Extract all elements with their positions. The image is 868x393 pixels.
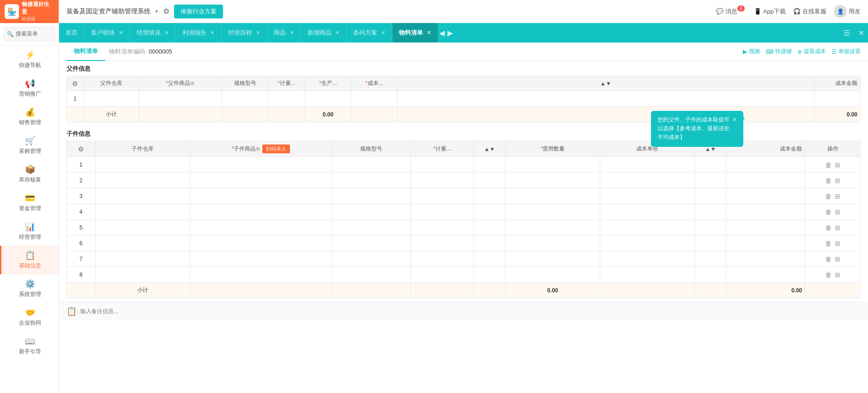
- tab-op-close[interactable]: ✕: [164, 30, 169, 36]
- child-row-unitcost[interactable]: [600, 220, 695, 236]
- child-row-spec[interactable]: [332, 173, 411, 188]
- child-row-warehouse[interactable]: [95, 188, 190, 204]
- child-row-unitcost[interactable]: [600, 188, 695, 204]
- tab-barcode-close[interactable]: ✕: [381, 30, 386, 36]
- user-action[interactable]: 👤 用友: [834, 5, 861, 18]
- child-row-warehouse[interactable]: [95, 173, 190, 188]
- tab-new-product[interactable]: 新增商品 ✕: [301, 23, 347, 42]
- tab-operation-status[interactable]: 经营情况 ✕: [130, 23, 176, 42]
- row-product[interactable]: [139, 91, 222, 107]
- copy-icon[interactable]: ⊞: [835, 224, 840, 231]
- tab-bh-close[interactable]: ✕: [256, 30, 260, 36]
- child-row-unitcost[interactable]: [600, 173, 695, 188]
- subtab-material-list[interactable]: 物料清单: [66, 42, 105, 61]
- row-spec[interactable]: [222, 91, 268, 107]
- child-row-product[interactable]: [190, 236, 332, 251]
- tab-product-close[interactable]: ✕: [289, 30, 294, 36]
- tab-prev-arrow[interactable]: ◀: [438, 29, 446, 37]
- sidebar-item-guide[interactable]: 📖 新手引导: [0, 332, 59, 360]
- child-row-qty[interactable]: [506, 188, 600, 204]
- tab-customer[interactable]: 客户联络 ✕: [84, 23, 130, 42]
- child-row-warehouse[interactable]: [95, 204, 190, 220]
- child-row-unit[interactable]: [410, 188, 474, 204]
- close-window-button[interactable]: ✕: [855, 29, 868, 37]
- app-download-action[interactable]: 📱 App下载: [754, 7, 786, 16]
- child-row-product[interactable]: [190, 220, 332, 236]
- child-row-warehouse[interactable]: [95, 236, 190, 251]
- trial-button[interactable]: 体验行业方案: [174, 5, 223, 18]
- copy-icon[interactable]: ⊞: [835, 240, 840, 247]
- child-row-warehouse[interactable]: [95, 251, 190, 267]
- child-row-unitcost[interactable]: [600, 251, 695, 267]
- delete-icon[interactable]: 🗑: [825, 255, 832, 263]
- message-action[interactable]: 💬 消息 6: [716, 7, 747, 16]
- child-row-spec[interactable]: [332, 188, 411, 204]
- child-row-spec[interactable]: [332, 267, 411, 283]
- child-row-unitcost[interactable]: [600, 236, 695, 251]
- child-row-unit[interactable]: [410, 204, 474, 220]
- delete-icon[interactable]: 🗑: [825, 271, 832, 278]
- system-dropdown-arrow[interactable]: ▾: [155, 8, 158, 15]
- scan-input-button[interactable]: 扫码录入: [262, 145, 290, 153]
- row-warehouse[interactable]: [84, 91, 139, 107]
- sidebar-item-basic-info[interactable]: 📋 基础信息: [0, 246, 59, 274]
- child-row-spec[interactable]: [332, 157, 411, 173]
- single-settings-button[interactable]: ☰ 单据设置: [832, 48, 861, 55]
- tab-customer-close[interactable]: ✕: [119, 30, 123, 36]
- extract-cost-button[interactable]: ⊕ 提取成本: [797, 48, 826, 55]
- tab-material-close[interactable]: ✕: [427, 30, 431, 36]
- child-row-qty[interactable]: [506, 204, 600, 220]
- copy-icon[interactable]: ⊞: [835, 177, 840, 184]
- copy-icon[interactable]: ⊞: [835, 208, 840, 216]
- child-row-unit[interactable]: [410, 157, 474, 173]
- tab-profit-close[interactable]: ✕: [210, 30, 215, 36]
- tab-business-history[interactable]: 经营历程 ✕: [222, 23, 267, 42]
- child-col-settings-icon[interactable]: ⚙: [78, 145, 84, 153]
- sidebar-item-shortcuts[interactable]: ⚡ 快捷导航: [0, 45, 59, 74]
- child-row-product[interactable]: [190, 251, 332, 267]
- delete-icon[interactable]: 🗑: [825, 177, 832, 184]
- row-prod[interactable]: [305, 91, 351, 107]
- note-input[interactable]: [80, 308, 219, 314]
- child-row-product[interactable]: [190, 204, 332, 220]
- child-row-qty[interactable]: [506, 251, 600, 267]
- child-row-qty[interactable]: [506, 236, 600, 251]
- child-row-spec[interactable]: [332, 204, 411, 220]
- child-row-spec[interactable]: [332, 251, 411, 267]
- tab-home[interactable]: 首页: [59, 23, 84, 42]
- sidebar-item-marketing[interactable]: 📢 营销推广: [0, 74, 59, 103]
- view-button[interactable]: ▶ 视频: [743, 48, 760, 55]
- shortcuts-button[interactable]: ⌨ 快捷键: [766, 48, 792, 55]
- child-row-warehouse[interactable]: [95, 267, 190, 283]
- settings-icon[interactable]: ⚙: [163, 7, 169, 16]
- child-row-qty[interactable]: [506, 173, 600, 188]
- child-row-unitcost[interactable]: [600, 204, 695, 220]
- child-row-unitcost[interactable]: [600, 157, 695, 173]
- close-all-tabs-button[interactable]: ☰: [839, 29, 855, 37]
- tab-profit-report[interactable]: 利润报告 ✕: [176, 23, 222, 42]
- row-cost[interactable]: [351, 91, 398, 107]
- copy-icon[interactable]: ⊞: [835, 193, 840, 200]
- child-row-warehouse[interactable]: [95, 157, 190, 173]
- copy-icon[interactable]: ⊞: [835, 271, 840, 278]
- child-row-unit[interactable]: [410, 251, 474, 267]
- child-row-unit[interactable]: [410, 173, 474, 188]
- tab-material-list[interactable]: 物料清单 ✕: [392, 23, 438, 42]
- child-row-unit[interactable]: [410, 220, 474, 236]
- tab-barcode[interactable]: 条码方案 ✕: [347, 23, 392, 42]
- delete-icon[interactable]: 🗑: [825, 161, 832, 169]
- row-unit[interactable]: [268, 91, 305, 107]
- copy-icon[interactable]: ⊞: [835, 255, 840, 263]
- delete-icon[interactable]: 🗑: [825, 208, 832, 216]
- sidebar-item-operation[interactable]: 📊 经营管理: [0, 217, 59, 246]
- sidebar-item-finance[interactable]: 💳 资金管理: [0, 188, 59, 217]
- child-row-spec[interactable]: [332, 236, 411, 251]
- child-row-spec[interactable]: [332, 220, 411, 236]
- col-settings-icon[interactable]: ⚙: [72, 80, 78, 87]
- child-row-warehouse[interactable]: [95, 220, 190, 236]
- sidebar-item-system[interactable]: ⚙️ 系统管理: [0, 274, 59, 303]
- child-row-unit[interactable]: [410, 236, 474, 251]
- search-menu-button[interactable]: 🔍 搜索菜单: [4, 27, 55, 41]
- delete-icon[interactable]: 🗑: [825, 224, 832, 231]
- sidebar-item-inventory[interactable]: 📦 库存核算: [0, 160, 59, 188]
